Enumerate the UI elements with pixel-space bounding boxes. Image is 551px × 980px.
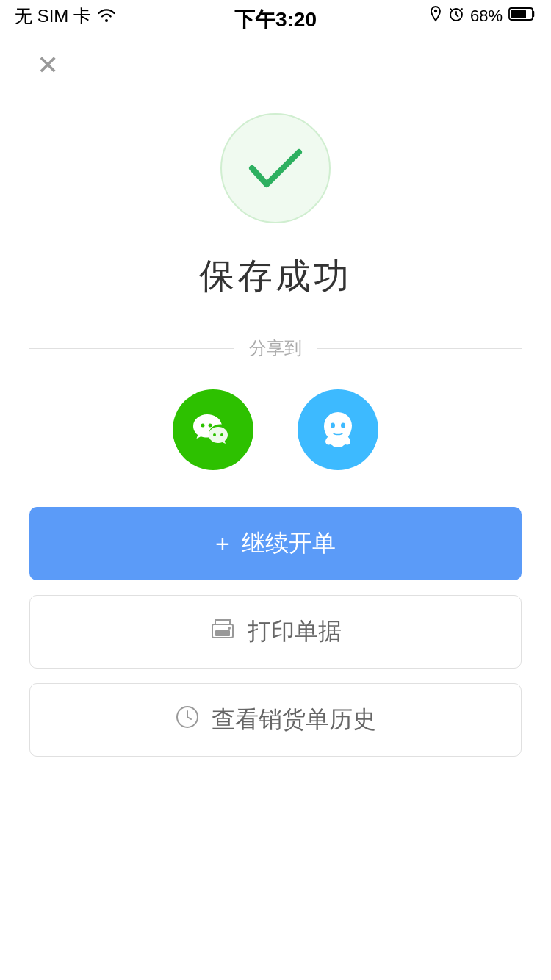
close-icon: ✕ [37, 52, 59, 79]
continue-order-label: 继续开单 [242, 527, 336, 560]
success-icon-circle [220, 113, 331, 223]
svg-point-5 [201, 424, 205, 428]
divider-right [317, 348, 522, 349]
status-bar-left: 无 SIM 卡 [15, 4, 116, 28]
share-icons-container [29, 389, 522, 470]
svg-point-13 [228, 627, 231, 630]
battery-percentage: 68% [470, 7, 503, 26]
svg-point-10 [341, 423, 345, 428]
main-content: ✕ 保存成功 分享到 [0, 32, 551, 980]
status-bar-time: 下午3:20 [234, 6, 317, 34]
qq-icon [316, 408, 360, 452]
share-label: 分享到 [249, 336, 302, 360]
qq-share-button[interactable] [298, 389, 378, 470]
share-divider: 分享到 [29, 336, 522, 360]
history-button[interactable]: 查看销货单历史 [29, 683, 522, 757]
sim-status: 无 SIM 卡 [15, 4, 91, 28]
print-label: 打印单据 [248, 616, 342, 648]
svg-rect-12 [215, 630, 230, 636]
checkmark-icon [246, 146, 305, 190]
wifi-icon [97, 6, 116, 26]
wechat-icon [190, 411, 236, 449]
close-button[interactable]: ✕ [29, 47, 66, 84]
svg-point-7 [213, 433, 216, 436]
alarm-icon [448, 6, 464, 26]
continue-order-button[interactable]: + 继续开单 [29, 507, 522, 580]
success-title: 保存成功 [199, 253, 352, 300]
svg-point-9 [331, 423, 335, 428]
wechat-share-button[interactable] [173, 389, 253, 470]
battery-icon [508, 7, 536, 26]
status-bar-right: 68% [429, 6, 536, 26]
status-bar: 无 SIM 卡 下午3:20 68% [0, 0, 551, 32]
location-icon [429, 6, 442, 26]
svg-point-8 [220, 433, 223, 436]
history-label: 查看销货单历史 [212, 704, 376, 736]
divider-left [29, 348, 234, 349]
svg-point-6 [209, 424, 212, 428]
svg-rect-3 [511, 10, 526, 18]
svg-point-0 [434, 10, 437, 12]
print-icon [209, 617, 236, 646]
history-icon [175, 705, 200, 735]
plus-icon: + [215, 530, 230, 558]
action-buttons: + 继续开单 打印单据 查看销货单历史 [29, 507, 522, 757]
share-section: 分享到 [29, 336, 522, 470]
print-button[interactable]: 打印单据 [29, 595, 522, 669]
